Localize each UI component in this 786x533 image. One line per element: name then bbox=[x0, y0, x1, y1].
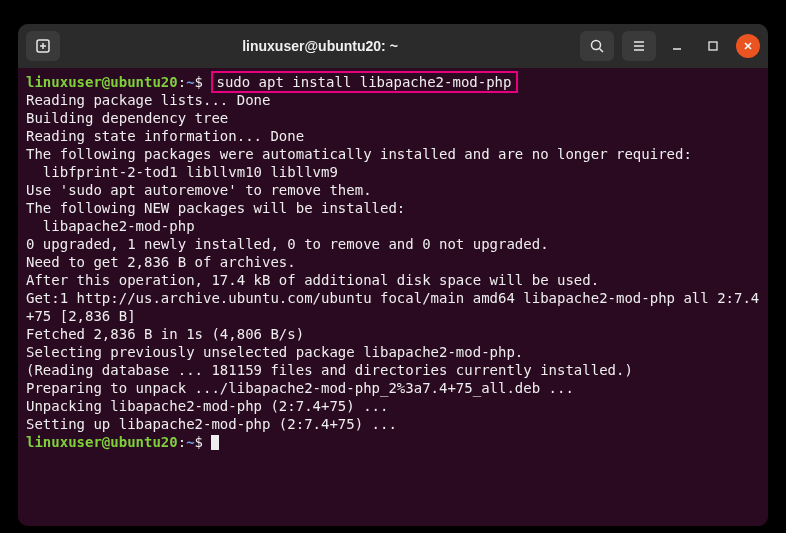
search-button[interactable] bbox=[580, 31, 614, 61]
close-button[interactable] bbox=[736, 34, 760, 58]
output-line: Unpacking libapache2-mod-php (2:7.4+75) … bbox=[26, 397, 760, 415]
search-icon bbox=[589, 38, 605, 54]
svg-line-4 bbox=[600, 49, 604, 53]
output-line: libfprint-2-tod1 libllvm10 libllvm9 bbox=[26, 163, 760, 181]
menu-button[interactable] bbox=[622, 31, 656, 61]
prompt-dollar: $ bbox=[195, 434, 203, 450]
command-highlight: sudo apt install libapache2-mod-php bbox=[211, 71, 518, 93]
prompt-colon: : bbox=[178, 74, 186, 90]
output-line: (Reading database ... 181159 files and d… bbox=[26, 361, 760, 379]
output-line: Need to get 2,836 B of archives. bbox=[26, 253, 760, 271]
maximize-button[interactable] bbox=[700, 33, 726, 59]
prompt-line-2: linuxuser@ubuntu20:~$ bbox=[26, 433, 760, 451]
window-title: linuxuser@ubuntu20: ~ bbox=[68, 38, 572, 54]
svg-point-3 bbox=[592, 41, 601, 50]
new-tab-button[interactable] bbox=[26, 31, 60, 61]
prompt-user-host: linuxuser@ubuntu20 bbox=[26, 74, 178, 90]
output-line: Building dependency tree bbox=[26, 109, 760, 127]
maximize-icon bbox=[707, 40, 719, 52]
titlebar: linuxuser@ubuntu20: ~ bbox=[18, 24, 768, 68]
prompt-colon: : bbox=[178, 434, 186, 450]
output-line: 0 upgraded, 1 newly installed, 0 to remo… bbox=[26, 235, 760, 253]
output-line: Fetched 2,836 B in 1s (4,806 B/s) bbox=[26, 325, 760, 343]
output-line: The following NEW packages will be insta… bbox=[26, 199, 760, 217]
output-line: Reading package lists... Done bbox=[26, 91, 760, 109]
output-line: Get:1 http://us.archive.ubuntu.com/ubunt… bbox=[26, 289, 760, 325]
prompt-path: ~ bbox=[186, 74, 194, 90]
output-line: Selecting previously unselected package … bbox=[26, 343, 760, 361]
prompt-line: linuxuser@ubuntu20:~$ sudo apt install l… bbox=[26, 73, 760, 91]
prompt-user-host: linuxuser@ubuntu20 bbox=[26, 434, 178, 450]
output-line: Setting up libapache2-mod-php (2:7.4+75)… bbox=[26, 415, 760, 433]
svg-rect-9 bbox=[709, 42, 717, 50]
terminal-body[interactable]: linuxuser@ubuntu20:~$ sudo apt install l… bbox=[18, 68, 768, 526]
prompt-dollar: $ bbox=[195, 74, 203, 90]
output-line: Reading state information... Done bbox=[26, 127, 760, 145]
output-line: The following packages were automaticall… bbox=[26, 145, 760, 163]
output-line: libapache2-mod-php bbox=[26, 217, 760, 235]
minimize-button[interactable] bbox=[664, 33, 690, 59]
terminal-window: linuxuser@ubuntu20: ~ linuxuser@ubuntu20… bbox=[18, 24, 768, 526]
output-line: Preparing to unpack .../libapache2-mod-p… bbox=[26, 379, 760, 397]
close-icon bbox=[742, 40, 754, 52]
command-text: sudo apt install libapache2-mod-php bbox=[216, 74, 511, 90]
cursor bbox=[211, 435, 219, 450]
hamburger-icon bbox=[631, 38, 647, 54]
new-tab-icon bbox=[35, 38, 51, 54]
prompt-path: ~ bbox=[186, 434, 194, 450]
output-line: After this operation, 17.4 kB of additio… bbox=[26, 271, 760, 289]
output-line: Use 'sudo apt autoremove' to remove them… bbox=[26, 181, 760, 199]
minimize-icon bbox=[671, 40, 683, 52]
window-controls bbox=[664, 33, 760, 59]
